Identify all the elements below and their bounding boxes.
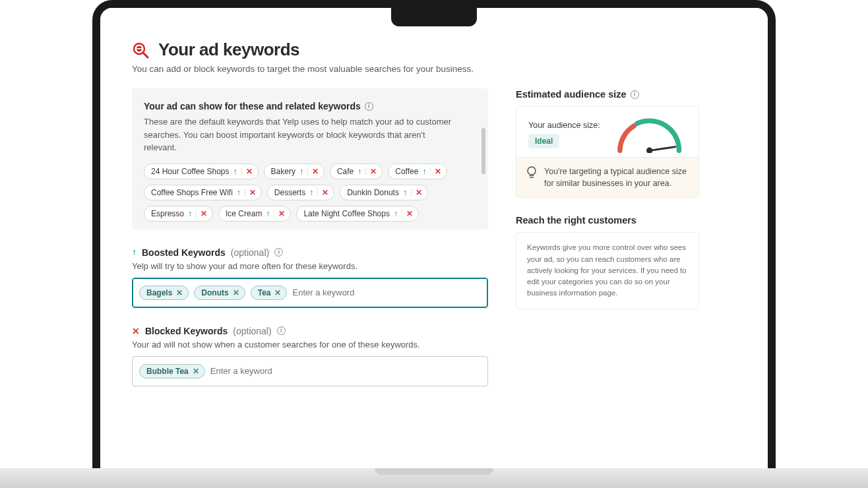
gauge-icon	[612, 116, 687, 153]
default-keyword-chip: Bakery↑✕	[264, 164, 325, 179]
boost-arrow-icon[interactable]: ↑	[237, 188, 241, 197]
laptop-notch	[391, 7, 477, 26]
boost-arrow-icon[interactable]: ↑	[422, 167, 426, 176]
boost-arrow-icon[interactable]: ↑	[403, 188, 407, 197]
remove-icon[interactable]: ✕	[322, 188, 328, 197]
tag-label: Tea	[258, 288, 271, 297]
audience-card: Your audience size: Ideal	[516, 106, 699, 198]
remove-icon[interactable]: ✕	[176, 288, 183, 297]
blocked-title-row: ✕ Blocked Keywords (optional) i	[132, 326, 286, 336]
reach-card: Keywords give you more control over who …	[516, 232, 699, 309]
sidebar: Estimated audience size i Your audience …	[516, 88, 699, 309]
boosted-section: ↑ Boosted Keywords (optional) i Yelp wil…	[132, 247, 488, 308]
page-subtitle: You can add or block keywords to target …	[132, 64, 736, 74]
chip-divider	[317, 189, 318, 197]
blocked-tag: Bubble Tea✕	[139, 364, 205, 379]
page-header: Your ad keywords	[132, 40, 736, 60]
blocked-text-field[interactable]	[210, 366, 481, 376]
tag-label: Bubble Tea	[146, 367, 189, 376]
boost-arrow-icon[interactable]: ↑	[394, 209, 398, 218]
svg-line-5	[649, 147, 675, 151]
default-keywords-box: Your ad can show for these and related k…	[132, 88, 488, 229]
boosted-keyword-input[interactable]: Bagels✕Donuts✕Tea✕	[132, 278, 488, 308]
default-keyword-chip: Desserts↑✕	[267, 185, 334, 200]
remove-icon[interactable]: ✕	[406, 209, 413, 218]
chip-label: Cafe	[337, 167, 354, 176]
audience-size-label: Your audience size:	[528, 121, 600, 130]
default-keyword-chip: Coffee↑✕	[388, 164, 447, 179]
reach-title: Reach the right customers	[516, 215, 699, 226]
audience-note-text: You're targeting a typical audience size…	[544, 166, 689, 189]
svg-point-6	[528, 167, 536, 175]
boosted-title: Boosted Keywords	[142, 247, 226, 258]
boost-arrow-icon: ↑	[132, 247, 137, 257]
default-keyword-chip: Espresso↑✕	[144, 206, 213, 222]
chip-label: Dunkin Donuts	[347, 188, 399, 197]
remove-icon[interactable]: ✕	[416, 188, 422, 197]
boost-arrow-icon[interactable]: ↑	[188, 209, 192, 218]
default-keywords-title-text: Your ad can show for these and related k…	[144, 101, 361, 111]
boost-arrow-icon[interactable]: ↑	[357, 167, 361, 176]
remove-icon[interactable]: ✕	[278, 209, 285, 218]
chip-divider	[245, 189, 245, 197]
keywords-panel: Your ad can show for these and related k…	[132, 88, 488, 386]
remove-icon[interactable]: ✕	[312, 167, 319, 176]
boosted-text-field[interactable]	[292, 288, 481, 297]
boosted-title-row: ↑ Boosted Keywords (optional) i	[132, 247, 283, 258]
remove-icon[interactable]: ✕	[435, 167, 441, 176]
chip-divider	[411, 189, 412, 197]
boost-arrow-icon[interactable]: ↑	[233, 167, 237, 176]
default-keyword-chip: Cafe↑✕	[330, 164, 383, 179]
chip-label: Coffee Shops Free Wifi	[151, 188, 233, 197]
default-keyword-chip: 24 Hour Coffee Shops↑✕	[144, 164, 259, 179]
chip-divider	[274, 210, 274, 218]
boosted-tag: Bagels✕	[139, 286, 189, 300]
boost-arrow-icon[interactable]: ↑	[266, 209, 270, 218]
remove-icon[interactable]: ✕	[249, 188, 256, 197]
yelp-magnifier-icon	[132, 42, 149, 59]
default-keyword-chip: Coffee Shops Free Wifi↑✕	[144, 185, 262, 200]
blocked-title: Blocked Keywords	[145, 326, 228, 336]
chip-label: Late Night Coffee Shops	[303, 209, 390, 218]
info-icon[interactable]: i	[631, 90, 639, 99]
chip-label: Desserts	[274, 188, 305, 197]
default-keyword-chip: Late Night Coffee Shops↑✕	[296, 206, 419, 222]
info-icon[interactable]: i	[277, 326, 286, 335]
tag-label: Bagels	[146, 288, 172, 297]
lightbulb-icon	[526, 166, 538, 183]
laptop-screen-frame: Your ad keywords You can add or block ke…	[92, 0, 776, 488]
boosted-tag: Donuts✕	[194, 286, 245, 300]
chip-label: Coffee	[395, 167, 418, 176]
boosted-optional: (optional)	[231, 247, 269, 258]
default-keyword-chip: Ice Cream↑✕	[218, 206, 291, 222]
chip-divider	[365, 168, 366, 175]
boost-arrow-icon[interactable]: ↑	[309, 188, 313, 197]
remove-icon[interactable]: ✕	[201, 209, 207, 218]
remove-icon[interactable]: ✕	[274, 288, 281, 297]
scrollbar-thumb[interactable]	[481, 128, 485, 174]
app-screen: Your ad keywords You can add or block ke…	[100, 8, 768, 488]
audience-title-row: Estimated audience size i	[516, 89, 639, 100]
chip-divider	[241, 168, 242, 175]
laptop-base	[0, 468, 868, 488]
page-title: Your ad keywords	[158, 40, 299, 60]
chip-label: Espresso	[151, 209, 184, 218]
blocked-keyword-input[interactable]: Bubble Tea✕	[132, 356, 488, 386]
blocked-desc: Your ad will not show when a customer se…	[132, 340, 488, 350]
default-keywords-desc: These are the default keywords that Yelp…	[144, 115, 460, 154]
default-keyword-chips: 24 Hour Coffee Shops↑✕Bakery↑✕Cafe↑✕Coff…	[144, 164, 476, 222]
blocked-section: ✕ Blocked Keywords (optional) i Your ad …	[132, 325, 488, 386]
audience-size-value: Ideal	[528, 134, 559, 148]
chip-divider	[196, 210, 197, 218]
remove-icon[interactable]: ✕	[246, 167, 253, 176]
chip-divider	[430, 168, 431, 175]
chip-divider	[402, 210, 402, 218]
remove-icon[interactable]: ✕	[233, 288, 239, 297]
info-icon[interactable]: i	[365, 102, 373, 111]
info-icon[interactable]: i	[274, 248, 283, 257]
remove-icon[interactable]: ✕	[370, 167, 377, 176]
remove-icon[interactable]: ✕	[193, 367, 199, 376]
boost-arrow-icon[interactable]: ↑	[299, 167, 303, 176]
boosted-desc: Yelp will try to show your ad more often…	[132, 261, 488, 271]
default-keyword-chip: Dunkin Donuts↑✕	[340, 185, 428, 200]
